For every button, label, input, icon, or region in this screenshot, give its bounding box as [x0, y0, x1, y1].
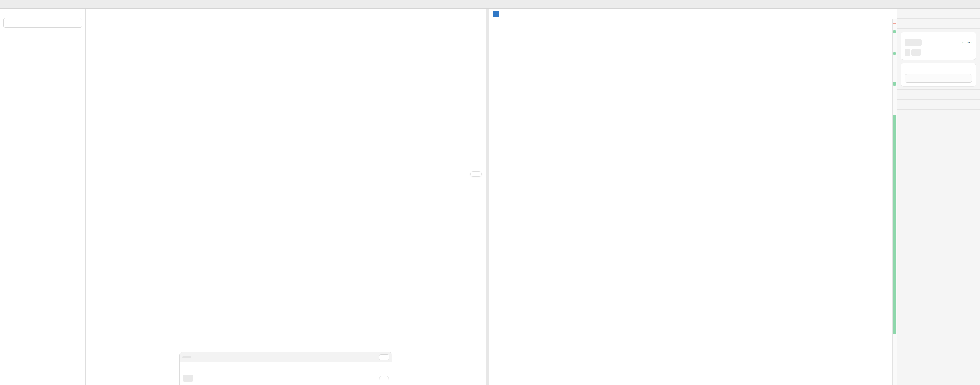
minimap-mark: [893, 23, 896, 24]
section-changes[interactable]: [897, 9, 980, 19]
pr-dropdown-button[interactable]: [912, 49, 921, 56]
send-button[interactable]: [379, 376, 389, 380]
mode-dropdown[interactable]: [183, 375, 193, 382]
files-changed-chip[interactable]: [182, 356, 191, 358]
search-input[interactable]: [3, 18, 82, 28]
section-terminal[interactable]: [897, 90, 980, 100]
git-branch-icon: [907, 41, 911, 44]
notes-placeholder[interactable]: [897, 110, 980, 116]
minimap-mark: [893, 52, 896, 54]
minimap-mark: [893, 30, 896, 33]
chevron-down-icon: [383, 356, 387, 359]
workspace-side-panel: ↑ ⋯: [897, 9, 980, 385]
open-pull-request-button[interactable]: [905, 49, 910, 56]
chevron-right-icon: [971, 11, 975, 16]
minimap-mark: [893, 115, 896, 334]
sidebar-footer: [0, 379, 86, 385]
diff-header: [489, 9, 897, 19]
git-branch-icon: [905, 67, 908, 71]
working-branch-input[interactable]: [905, 74, 972, 83]
typescript-file-icon: [493, 11, 499, 17]
agent-chat-panel: [86, 9, 486, 385]
panel-gap: [486, 9, 489, 385]
commits-ahead: ↑: [962, 40, 964, 45]
window-title: [0, 0, 980, 9]
titlebar: [0, 0, 980, 9]
composer-status-bar: [180, 352, 392, 363]
minimap-mark: [893, 82, 896, 86]
workspaces-sidebar: [0, 9, 86, 385]
pencil-icon[interactable]: [965, 76, 969, 80]
repo-card: ↑ ⋯: [901, 32, 976, 60]
section-git[interactable]: [897, 19, 980, 29]
more-options-icon[interactable]: ⋯: [967, 40, 972, 45]
section-notes[interactable]: [897, 100, 980, 110]
chevron-down-icon: [971, 103, 975, 107]
divider: [897, 86, 980, 90]
chevron-down-icon: [914, 51, 918, 54]
diff-old-column: [489, 19, 691, 385]
chevron-down-icon: [971, 21, 975, 25]
working-branch-card: [901, 63, 976, 86]
composer: [180, 352, 392, 385]
split-view-icon[interactable]: [881, 12, 886, 16]
chevron-right-icon: [971, 92, 975, 97]
latest-dropdown[interactable]: [379, 355, 389, 360]
branch-selector[interactable]: [905, 39, 922, 46]
chevron-down-icon[interactable]: [889, 12, 893, 16]
diff-new-column: [691, 19, 892, 385]
chevron-down-icon: [187, 376, 191, 380]
diff-panel: [489, 9, 897, 385]
message-floating-toolbar: [470, 171, 482, 177]
chevron-down-icon: [915, 41, 919, 44]
active-section-label: [0, 29, 86, 32]
expand-icon[interactable]: [964, 92, 969, 97]
diff-scrollbar[interactable]: [892, 19, 897, 385]
message-input[interactable]: [183, 366, 388, 372]
